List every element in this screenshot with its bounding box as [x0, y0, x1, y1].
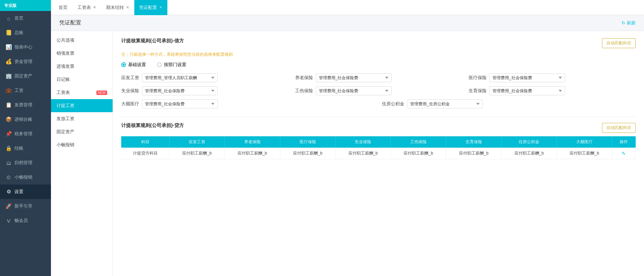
col-action: 操作 [612, 136, 635, 148]
sidebar-item-salary[interactable]: 💼 工资 [0, 83, 51, 98]
sidebar-item-asset[interactable]: 🏢 固定资产 [0, 69, 51, 83]
edit-icon[interactable]: ✎ [622, 151, 626, 156]
left-nav-fixed-asset[interactable]: 固定资产 [51, 125, 113, 138]
cell-salary: 应付职工薪酬_b [169, 148, 225, 159]
large-medical-select[interactable]: 管理费用_社会保险费 [142, 99, 218, 108]
tab-salary-table[interactable]: 工资表 ✕ [73, 0, 101, 15]
field-large-medical: 大额医疗 管理费用_社会保险费 [121, 99, 375, 108]
main-content: 计提核算规则(公司承担)-借方 自动匹配科目 注：只能选择一种方式，系统将按照您… [113, 31, 644, 276]
credit-section: 计提核算规则(公司承担)-贷方 自动匹配科目 科目 应发工资 养老保险 医疗保险… [121, 123, 636, 159]
closing-icon: 🔒 [6, 145, 12, 151]
debit-section-title: 计提核算规则(公司承担)-借方 [121, 38, 184, 44]
refresh-button[interactable]: ↻ 刷新 [622, 20, 636, 26]
tab-home[interactable]: 首页 [54, 0, 73, 15]
field-maternity: 生育保险 管理费用_社会保险费 [469, 86, 636, 95]
debit-section: 计提核算规则(公司承担)-借方 自动匹配科目 注：只能选择一种方式，系统将按照您… [121, 38, 636, 108]
field-medical: 医疗保险 管理费用_社会保险费 [469, 73, 636, 82]
left-nav-salary-table[interactable]: 工资表 NEW [51, 86, 113, 99]
large-medical-label: 大额医疗 [121, 101, 139, 107]
col-maternity: 生育保险 [446, 136, 501, 148]
left-nav-purchase-invoice[interactable]: 进项发票 [51, 60, 113, 73]
left-nav-calculate-salary[interactable]: 计提工资 [51, 99, 113, 112]
credit-section-header: 计提核算规则(公司承担)-贷方 自动匹配科目 [121, 123, 636, 133]
field-salary: 应发工资 管理费用_管理人员职工薪酬 [121, 73, 288, 82]
page-title: 凭证配置 [59, 19, 81, 26]
injury-select[interactable]: 管理费用_社会保险费 [316, 86, 392, 95]
home-icon: ⌂ [6, 15, 12, 21]
left-nav: 公共选项 销项发票 进项发票 日记账 工资表 NEW 计提工资 发放工资 固 [51, 31, 113, 276]
sidebar-item-fund[interactable]: 💰 资金管理 [0, 54, 51, 69]
sidebar-item-xiaochang[interactable]: © 小畅报销 [0, 170, 51, 184]
injury-label: 工伤保险 [295, 88, 313, 94]
fund-icon: 💰 [6, 59, 12, 65]
debit-radio-group: 基础设置 按部门设置 [121, 62, 636, 68]
sidebar-item-closing[interactable]: 🔒 结账 [0, 141, 51, 156]
cell-action[interactable]: ✎ [612, 148, 635, 159]
close-salary-tab-icon[interactable]: ✕ [93, 5, 96, 10]
left-nav-diary[interactable]: 日记账 [51, 73, 113, 86]
sidebar-item-tax[interactable]: 📌 税务管理 [0, 127, 51, 141]
sidebar-item-inventory[interactable]: 📦 进销台账 [0, 112, 51, 127]
tab-period-close[interactable]: 期末结转 ✕ [101, 0, 134, 15]
debit-fields-row3: 大额医疗 管理费用_社会保险费 住房公积金 管理费用_住房公积金 [121, 99, 636, 108]
radio-dept[interactable]: 按部门设置 [157, 62, 186, 68]
salary-select[interactable]: 管理费用_管理人员职工薪酬 [142, 73, 218, 82]
tab-voucher-config[interactable]: 凭证配置 ✕ [134, 0, 167, 15]
col-medical: 医疗保险 [280, 136, 335, 148]
cell-injury: 应付职工薪酬_b [391, 148, 446, 159]
unemployment-select[interactable]: 管理费用_社会保险费 [142, 86, 218, 95]
housing-select[interactable]: 管理费用_住房公积金 [407, 99, 483, 108]
left-nav-xiaochang-expense[interactable]: 小畅报销 [51, 138, 113, 151]
col-salary: 应发工资 [169, 136, 225, 148]
tax-icon: 📌 [6, 131, 12, 137]
left-nav-sales-invoice[interactable]: 销项发票 [51, 47, 113, 60]
cell-maternity: 应付职工薪酬_b [446, 148, 501, 159]
housing-label: 住房公积金 [382, 101, 404, 107]
sidebar-item-archive[interactable]: 🗂 归档管理 [0, 156, 51, 170]
salary-label: 应发工资 [121, 75, 139, 81]
sidebar-item-guide[interactable]: 🚀 新手引导 [0, 199, 51, 213]
radio-basic[interactable]: 基础设置 [121, 62, 146, 68]
unemployment-label: 失业保险 [121, 88, 139, 94]
sidebar-item-report[interactable]: 📊 报表中心 [0, 40, 51, 54]
tabs-bar: 首页 工资表 ✕ 期末结转 ✕ 凭证配置 ✕ [51, 0, 644, 15]
xiaochang-icon: © [6, 174, 12, 180]
field-injury: 工伤保险 管理费用_社会保险费 [295, 86, 462, 95]
archive-icon: 🗂 [6, 160, 12, 166]
sidebar-item-invoice[interactable]: 📋 发票管理 [0, 98, 51, 112]
inventory-icon: 📦 [6, 116, 12, 123]
col-subject: 科目 [121, 136, 169, 148]
left-nav-pay-salary[interactable]: 发放工资 [51, 112, 113, 125]
debit-auto-match-button[interactable]: 自动匹配科目 [602, 38, 636, 48]
sidebar-item-ledger[interactable]: 📒 总账 [0, 25, 51, 40]
pension-label: 养老保险 [295, 75, 313, 81]
sidebar-item-settings[interactable]: ⚙ 设置 [0, 184, 51, 199]
credit-auto-match-button[interactable]: 自动匹配科目 [602, 123, 636, 133]
sidebar-item-home[interactable]: ⌂ 首页 [0, 11, 51, 25]
medical-select[interactable]: 管理费用_社会保险费 [489, 73, 565, 82]
debit-note: 注：只能选择一种方式，系统将按照您当前的选择来配置规则 [121, 52, 636, 57]
credit-section-title: 计提核算规则(公司承担)-贷方 [121, 123, 184, 129]
col-unemployment: 失业保险 [335, 136, 391, 148]
field-housing: 住房公积金 管理费用_住房公积金 [382, 99, 636, 108]
asset-icon: 🏢 [6, 73, 12, 79]
report-icon: 📊 [6, 44, 12, 50]
maternity-select[interactable]: 管理费用_社会保险费 [489, 86, 565, 95]
page-header: 凭证配置 ↻ 刷新 [51, 15, 644, 31]
pension-select[interactable]: 管理费用_社会保险费 [316, 73, 392, 82]
radio-basic-circle [121, 62, 126, 67]
main-area: 首页 工资表 ✕ 期末结转 ✕ 凭证配置 ✕ 凭证配置 ↻ 刷新 公共选项 [51, 0, 644, 276]
cell-subject: 计提贷方科目 [121, 148, 169, 159]
table-header-row: 科目 应发工资 养老保险 医疗保险 失业保险 工伤保险 生育保险 住房公积金 大… [121, 136, 636, 148]
credit-table: 科目 应发工资 养老保险 医疗保险 失业保险 工伤保险 生育保险 住房公积金 大… [121, 136, 636, 159]
close-period-tab-icon[interactable]: ✕ [126, 5, 129, 10]
sidebar-item-vip[interactable]: V 畅会员 [0, 213, 51, 228]
left-nav-public[interactable]: 公共选项 [51, 34, 113, 47]
medical-label: 医疗保险 [469, 75, 487, 81]
ledger-icon: 📒 [6, 30, 12, 36]
cell-housing: 应付职工薪酬_b [501, 148, 557, 159]
maternity-label: 生育保险 [469, 88, 487, 94]
cell-pension: 应付职工薪酬_b [225, 148, 280, 159]
close-voucher-tab-icon[interactable]: ✕ [159, 5, 162, 10]
cell-medical: 应付职工薪酬_b [280, 148, 335, 159]
